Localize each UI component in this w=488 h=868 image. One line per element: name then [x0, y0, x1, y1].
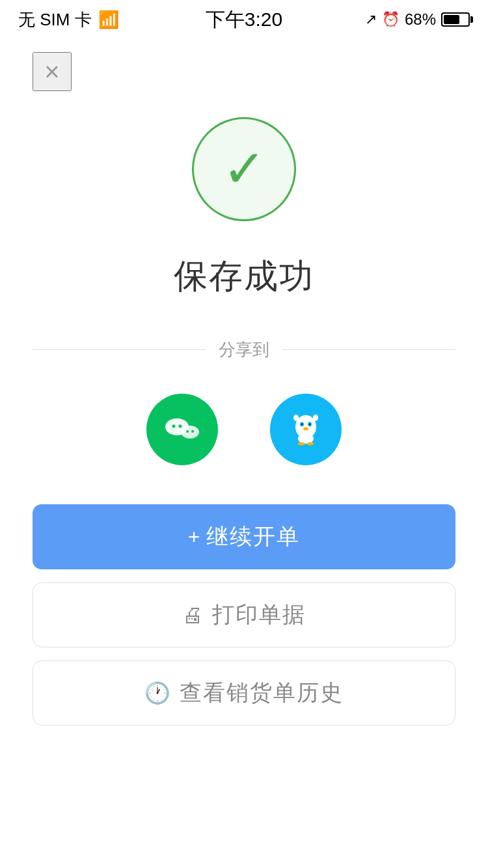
location-icon: ↗: [365, 11, 377, 28]
battery-percent: 68%: [405, 10, 436, 29]
plus-icon: +: [188, 525, 202, 549]
alarm-icon: ⏰: [382, 11, 400, 28]
success-circle: ✓: [192, 117, 296, 221]
svg-point-2: [172, 425, 176, 428]
svg-point-13: [298, 442, 305, 446]
svg-point-12: [298, 433, 314, 444]
checkmark-icon: ✓: [223, 143, 266, 195]
main-content: × ✓ 保存成功 分享到: [0, 39, 488, 739]
wifi-icon: 📶: [98, 10, 119, 30]
share-section: 分享到: [33, 338, 455, 465]
no-sim-text: 无 SIM 卡: [18, 8, 92, 31]
share-icons: [33, 394, 455, 465]
svg-point-5: [191, 430, 194, 433]
status-left: 无 SIM 卡 📶: [18, 8, 119, 31]
battery-fill: [444, 15, 459, 24]
svg-point-15: [293, 414, 299, 421]
svg-point-9: [301, 424, 303, 426]
continue-order-label: 继续开单: [206, 522, 300, 552]
wechat-share-button[interactable]: [146, 394, 218, 465]
history-icon: 🕐: [144, 681, 172, 705]
svg-point-11: [303, 427, 308, 431]
continue-order-button[interactable]: + 继续开单: [33, 504, 455, 569]
print-button[interactable]: 🖨 打印单据: [33, 582, 455, 647]
share-divider: 分享到: [33, 338, 455, 361]
history-label: 查看销货单历史: [180, 678, 344, 708]
wechat-icon: [161, 409, 203, 450]
close-icon: ×: [44, 59, 59, 85]
close-button[interactable]: ×: [33, 52, 72, 91]
svg-point-3: [179, 425, 182, 428]
success-title: 保存成功: [174, 254, 314, 299]
battery-icon: [441, 12, 470, 27]
status-right: ↗ ⏰ 68%: [365, 10, 470, 29]
svg-point-1: [181, 426, 199, 439]
print-icon: 🖨: [182, 603, 204, 627]
svg-point-14: [307, 442, 314, 446]
share-label: 分享到: [219, 338, 269, 361]
history-button[interactable]: 🕐 查看销货单历史: [33, 660, 455, 726]
status-time: 下午3:20: [206, 7, 282, 33]
qq-share-button[interactable]: [270, 394, 342, 465]
action-buttons: + 继续开单 🖨 打印单据 🕐 查看销货单历史: [33, 504, 455, 726]
svg-point-10: [309, 424, 311, 426]
qq-icon: [285, 409, 327, 450]
svg-point-16: [313, 414, 318, 421]
print-label: 打印单据: [212, 600, 306, 630]
status-bar: 无 SIM 卡 📶 下午3:20 ↗ ⏰ 68%: [0, 0, 488, 39]
svg-point-4: [186, 430, 189, 433]
